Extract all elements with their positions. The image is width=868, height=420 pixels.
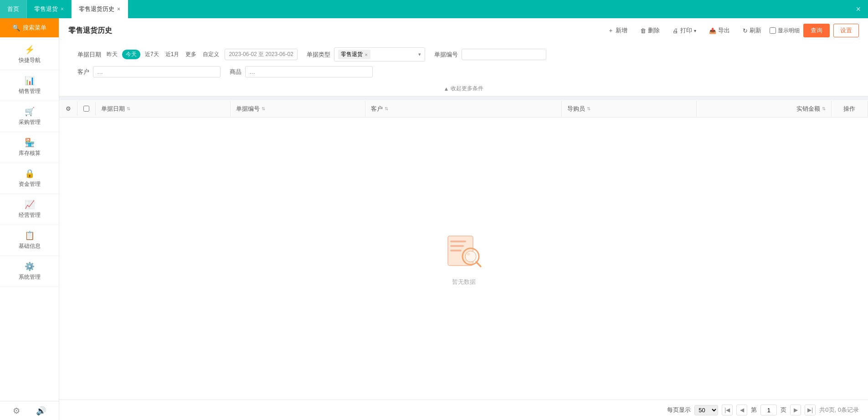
- page-label: 第: [751, 406, 757, 414]
- sort-date-icon: ⇅: [127, 106, 130, 111]
- tab-retail-return-close[interactable]: ×: [61, 6, 64, 12]
- export-button[interactable]: 📤 导出: [704, 24, 734, 37]
- tab-retail-return-history[interactable]: 零售退货历史 ×: [72, 0, 128, 18]
- sidebar-item-sales-mgmt[interactable]: 📊 销售管理: [0, 70, 59, 101]
- per-page-select[interactable]: 50 10 20 100: [694, 405, 718, 415]
- empty-text: 暂无数据: [452, 278, 476, 286]
- svg-point-7: [467, 253, 470, 256]
- th-guide-label: 导购员: [567, 105, 585, 113]
- th-amount[interactable]: 实销金额 ⇅: [697, 101, 832, 117]
- export-label: 导出: [718, 26, 730, 35]
- settings-button[interactable]: 设置: [833, 24, 859, 37]
- tab-retail-return-label: 零售退货: [34, 5, 58, 13]
- empty-illustration: [441, 231, 487, 272]
- tab-home[interactable]: 首页: [0, 0, 27, 18]
- first-page-button[interactable]: |◀: [722, 405, 733, 415]
- type-select-dropdown[interactable]: 零售退货 × ▾: [334, 47, 425, 61]
- collapse-label: 收起更多条件: [451, 85, 483, 92]
- tab-retail-return[interactable]: 零售退货 ×: [27, 0, 72, 18]
- number-filter-input[interactable]: [462, 49, 546, 60]
- th-check[interactable]: [77, 102, 96, 115]
- customer-filter-input[interactable]: [93, 66, 221, 77]
- th-guide[interactable]: 导购员 ⇅: [562, 101, 697, 117]
- goods-filter-label: 商品: [230, 68, 241, 76]
- sidebar-item-finance[interactable]: 🔒 资金管理: [0, 163, 59, 194]
- sidebar-item-purchase-mgmt[interactable]: 🛒 采购管理: [0, 101, 59, 132]
- collapse-button[interactable]: ▲ 收起更多条件: [444, 85, 484, 92]
- date-shortcuts: 昨天 今天 近7天 近1月 更多 自定义: [105, 50, 221, 59]
- delete-button[interactable]: 🗑 删除: [636, 24, 664, 37]
- customer-filter: 客户: [77, 66, 221, 77]
- basic-info-icon: 📋: [25, 230, 35, 241]
- svg-point-5: [465, 251, 476, 262]
- sidebar-item-quick-nav[interactable]: ⚡ 快捷导航: [0, 39, 59, 70]
- th-customer-label: 客户: [371, 105, 383, 113]
- th-customer[interactable]: 客户 ⇅: [365, 101, 562, 117]
- type-tag-close-icon[interactable]: ×: [365, 52, 367, 57]
- th-operation: 操作: [832, 101, 868, 117]
- collapse-bar: ▲ 收起更多条件: [77, 82, 850, 96]
- query-button[interactable]: 查询: [803, 24, 830, 37]
- sidebar-item-system-mgmt[interactable]: ⚙️ 系统管理: [0, 256, 59, 287]
- page-title: 零售退货历史: [68, 26, 112, 36]
- main-layout: 🔍 搜索菜单 ⚡ 快捷导航 📊 销售管理 🛒 采购管理 🏪 库存核算 🔒: [0, 18, 868, 420]
- svg-rect-3: [450, 250, 462, 251]
- sidebar-search-label: 搜索菜单: [23, 24, 46, 32]
- sidebar-item-inventory-label: 库存核算: [19, 149, 41, 157]
- goods-filter-input[interactable]: [245, 66, 373, 77]
- next-page-button[interactable]: ▶: [790, 405, 801, 415]
- sidebar-item-operations[interactable]: 📈 经营管理: [0, 194, 59, 225]
- tab-retail-return-history-close[interactable]: ×: [117, 6, 120, 12]
- date-yesterday-btn[interactable]: 昨天: [105, 50, 119, 59]
- page-number-input[interactable]: [760, 405, 777, 415]
- select-all-checkbox[interactable]: [83, 106, 89, 112]
- customer-filter-label: 客户: [77, 68, 89, 76]
- system-mgmt-icon: ⚙️: [25, 261, 35, 271]
- th-date[interactable]: 单据日期 ⇅: [96, 101, 231, 117]
- refresh-label: 刷新: [750, 26, 761, 35]
- tab-list: 首页 零售退货 × 零售退货历史 ×: [0, 0, 856, 18]
- type-filter: 单据类型 零售退货 × ▾: [307, 47, 425, 61]
- empty-state: 暂无数据: [59, 118, 868, 400]
- date-more-btn[interactable]: 更多: [184, 50, 198, 59]
- svg-line-6: [476, 262, 481, 266]
- th-settings[interactable]: ⚙: [59, 102, 77, 116]
- new-label: 新增: [616, 26, 627, 35]
- sidebar-item-basic-info[interactable]: 📋 基础信息: [0, 225, 59, 256]
- tab-retail-return-history-label: 零售退货历史: [79, 5, 114, 13]
- date-7days-btn[interactable]: 近7天: [143, 50, 161, 59]
- date-today-btn[interactable]: 今天: [122, 50, 140, 59]
- print-button[interactable]: 🖨 打印 ▾: [668, 24, 701, 37]
- refresh-button[interactable]: ↻ 刷新: [738, 24, 766, 37]
- refresh-icon: ↻: [743, 27, 748, 34]
- show-detail-checkbox[interactable]: [770, 27, 776, 34]
- print-icon: 🖨: [673, 27, 678, 34]
- sidebar-item-purchase-label: 采购管理: [19, 118, 41, 126]
- date-1month-btn[interactable]: 近1月: [164, 50, 181, 59]
- sidebar-item-inventory[interactable]: 🏪 库存核算: [0, 132, 59, 163]
- th-number[interactable]: 单据编号 ⇅: [231, 101, 365, 117]
- settings-bottom-icon[interactable]: ⚙: [13, 406, 20, 416]
- svg-rect-1: [450, 241, 466, 242]
- page-header-top: 零售退货历史 ＋ 新增 🗑 删除 🖨 打印 ▾: [68, 24, 859, 37]
- prev-page-button[interactable]: ◀: [736, 405, 747, 415]
- sidebar-search-button[interactable]: 🔍 搜索菜单: [0, 18, 59, 37]
- date-custom-btn[interactable]: 自定义: [201, 50, 221, 59]
- sidebar: 🔍 搜索菜单 ⚡ 快捷导航 📊 销售管理 🛒 采购管理 🏪 库存核算 🔒: [0, 18, 59, 420]
- operations-icon: 📈: [25, 200, 35, 210]
- window-close-button[interactable]: ×: [856, 5, 861, 14]
- number-filter-label: 单据编号: [434, 51, 458, 59]
- date-filter-label: 单据日期: [77, 51, 101, 59]
- speaker-bottom-icon[interactable]: 🔊: [36, 406, 46, 416]
- number-filter: 单据编号: [434, 49, 546, 60]
- print-label: 打印: [680, 26, 692, 35]
- last-page-button[interactable]: ▶|: [805, 405, 816, 415]
- delete-icon: 🗑: [640, 27, 646, 34]
- new-button[interactable]: ＋ 新增: [603, 24, 632, 37]
- pagination: 每页显示 50 10 20 100 |◀ ◀ 第 页 ▶ ▶| 共0页, 0条记…: [59, 400, 868, 420]
- delete-label: 删除: [648, 26, 660, 35]
- table-settings-icon[interactable]: ⚙: [66, 105, 71, 112]
- settings-label: 设置: [840, 27, 852, 34]
- date-range-input[interactable]: 2023-06-02 至 2023-06-02: [225, 49, 298, 60]
- sidebar-item-operations-label: 经营管理: [19, 211, 41, 219]
